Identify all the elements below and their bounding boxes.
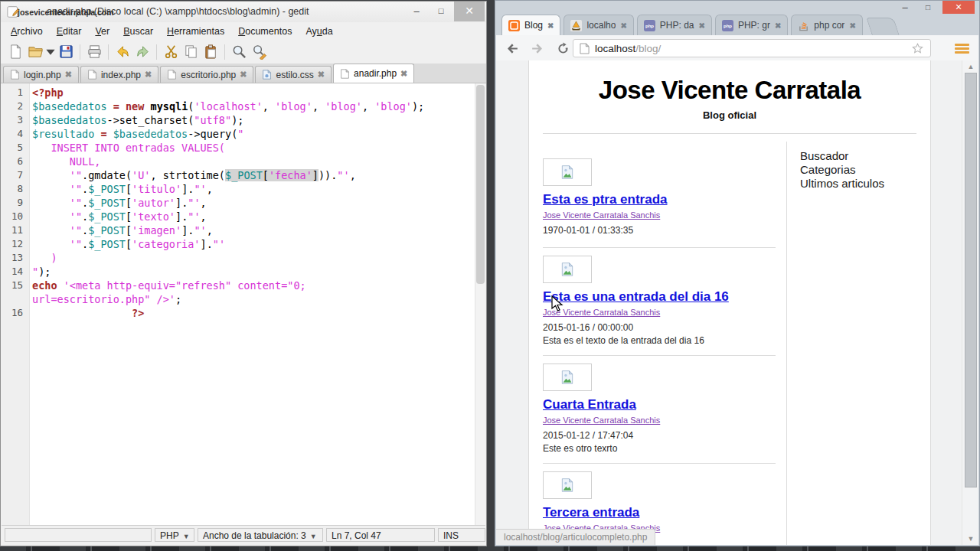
blog-entry: Cuarta EntradaJose Vicente Carratala San… xyxy=(543,356,776,464)
copy-button[interactable] xyxy=(181,42,201,62)
gedit-editor[interactable]: 1<?php2$basededatos = new mysqli('localh… xyxy=(2,83,485,525)
code-line: 11 '".$_POST['imagen']."', xyxy=(2,223,475,237)
toolbar-separator xyxy=(224,44,225,60)
tab-close-icon[interactable]: ✖ xyxy=(547,21,554,30)
entry-author-link[interactable]: Jose Vicente Carratala Sanchis xyxy=(543,416,776,425)
editor-tab-escritorio.php[interactable]: escritorio.php✖ xyxy=(160,66,253,83)
find-replace-button[interactable] xyxy=(249,42,269,62)
browser-tab-blog[interactable]: Blog✖ xyxy=(501,15,560,35)
print-button[interactable] xyxy=(84,42,104,62)
browser-tab-php-cor[interactable]: php cor✖ xyxy=(791,15,862,35)
find-button[interactable] xyxy=(229,42,249,62)
tab-label: PHP: da xyxy=(660,20,694,31)
editor-scrollbar[interactable] xyxy=(475,83,485,525)
new-tab-button[interactable] xyxy=(866,18,899,35)
scroll-down-arrow-icon[interactable]: ▼ xyxy=(962,533,978,544)
entry-title-link[interactable]: Tercera entrada xyxy=(543,505,776,520)
entry-title-link[interactable]: Esta es ptra entrada xyxy=(543,192,776,207)
undo-icon xyxy=(115,44,131,60)
tab-close-icon[interactable]: ✖ xyxy=(65,70,72,80)
line-number: 3 xyxy=(2,113,29,127)
browser-menu-button[interactable] xyxy=(951,41,972,56)
browser-close-button[interactable]: ✕ xyxy=(942,1,975,14)
editor-scrollbar-thumb[interactable] xyxy=(476,85,485,284)
tab-close-icon[interactable]: ✖ xyxy=(145,70,152,80)
save-button[interactable] xyxy=(56,42,76,62)
language-selector[interactable]: PHP▼ xyxy=(155,528,194,542)
forward-button[interactable] xyxy=(527,38,547,58)
find-icon xyxy=(231,44,247,60)
entry-title-link[interactable]: Cuarta Entrada xyxy=(543,397,776,412)
menu-buscar[interactable]: Buscar xyxy=(116,24,160,38)
gedit-titlebar[interactable]: josevicentecarratala.com anadir.php (Dis… xyxy=(1,2,486,22)
browser-tab-localho[interactable]: localho✖ xyxy=(564,15,633,35)
paste-button[interactable] xyxy=(201,42,220,62)
browser-maximize-button[interactable]: □ xyxy=(918,2,938,15)
editor-tab-index.php[interactable]: index.php✖ xyxy=(80,66,158,83)
tab-close-icon[interactable]: ✖ xyxy=(400,69,407,79)
tab-close-icon[interactable]: ✖ xyxy=(775,21,781,30)
tab-width-selector[interactable]: Ancho de la tabulación: 3▼ xyxy=(198,528,323,542)
sidebar-item-categorias[interactable]: Categorias xyxy=(800,163,884,177)
entry-author-link[interactable]: Jose Vicente Carratala Sanchis xyxy=(543,308,776,317)
code-text: url=escritorio.php" />'; xyxy=(29,292,181,306)
browser-tab-php-da[interactable]: phpPHP: da✖ xyxy=(637,15,712,35)
line-number: 7 xyxy=(2,168,29,182)
tab-close-icon[interactable]: ✖ xyxy=(240,70,247,80)
sidebar-item-ultimos-articulos[interactable]: Ultimos articulos xyxy=(800,177,884,191)
back-button[interactable] xyxy=(502,38,522,58)
open-button[interactable] xyxy=(25,42,45,62)
line-number: 14 xyxy=(2,265,29,279)
entry-image-placeholder xyxy=(543,256,592,283)
page-scrollbar[interactable]: ▲ ▼ xyxy=(962,60,978,545)
redo-button[interactable] xyxy=(132,42,152,62)
entry-author-link[interactable]: Jose Vicente Carratala Sanchis xyxy=(543,210,776,220)
tab-label: estilo.css xyxy=(276,70,313,80)
menu-herramientas[interactable]: Herramientas xyxy=(160,24,231,38)
statusbar-message-area xyxy=(5,528,152,542)
php-favicon: php xyxy=(644,20,655,31)
scroll-up-arrow-icon[interactable]: ▲ xyxy=(962,61,978,72)
editor-tab-login.php[interactable]: login.php✖ xyxy=(3,66,79,83)
blog-subtitle: Blog oficial xyxy=(529,109,930,121)
gedit-close-button[interactable]: ✕ xyxy=(454,2,485,21)
new-document-button[interactable] xyxy=(5,42,25,62)
tab-close-icon[interactable]: ✖ xyxy=(620,21,626,30)
page-scrollbar-thumb[interactable] xyxy=(965,73,977,487)
php-file-icon xyxy=(340,69,350,79)
forward-arrow-icon xyxy=(530,41,544,56)
menu-ver[interactable]: Ver xyxy=(88,24,116,38)
menu-ayuda[interactable]: Ayuda xyxy=(299,24,339,38)
open-dropdown-button[interactable] xyxy=(45,42,56,62)
windows-taskbar[interactable] xyxy=(0,546,980,551)
bookmark-star-icon[interactable] xyxy=(911,42,924,55)
tab-label: php cor xyxy=(814,20,844,31)
browser-minimize-button[interactable]: – xyxy=(895,2,915,15)
gedit-maximize-button[interactable]: □ xyxy=(430,2,452,21)
gedit-minimize-button[interactable]: – xyxy=(405,2,428,21)
code-line: 15echo '<meta http-equiv="refresh" conte… xyxy=(2,279,475,292)
code-area[interactable]: 1<?php2$basededatos = new mysqli('localh… xyxy=(2,86,475,320)
blog-page: Jose Vicente Carratala Blog oficial Esta… xyxy=(528,60,931,545)
line-number: 10 xyxy=(2,210,29,223)
menu-archivo[interactable]: Archivo xyxy=(4,24,50,38)
tab-close-icon[interactable]: ✖ xyxy=(699,21,705,30)
toolbar-separator xyxy=(108,44,109,60)
entry-image-placeholder xyxy=(543,364,592,391)
editor-tab-estilo.css[interactable]: estilo.css✖ xyxy=(255,66,332,83)
code-line: 1<?php xyxy=(2,86,475,99)
menu-documentos[interactable]: Documentos xyxy=(231,24,299,38)
cut-button[interactable] xyxy=(161,42,181,62)
tab-close-icon[interactable]: ✖ xyxy=(849,21,855,30)
menu-editar[interactable]: Editar xyxy=(50,24,89,38)
insert-mode-indicator: INS xyxy=(438,528,485,542)
reload-button[interactable] xyxy=(553,38,573,58)
entry-title-link[interactable]: Esta es una entrada del dia 16 xyxy=(543,289,776,305)
undo-button[interactable] xyxy=(113,42,132,62)
browser-tab-php-gr[interactable]: phpPHP: gr✖ xyxy=(715,15,788,35)
address-bar[interactable]: localhost/blog/ xyxy=(573,39,931,57)
page-icon xyxy=(580,43,590,54)
sidebar-item-buscador[interactable]: Buscador xyxy=(800,149,884,163)
editor-tab-anadir.php[interactable]: anadir.php✖ xyxy=(333,64,414,83)
tab-close-icon[interactable]: ✖ xyxy=(318,70,325,80)
